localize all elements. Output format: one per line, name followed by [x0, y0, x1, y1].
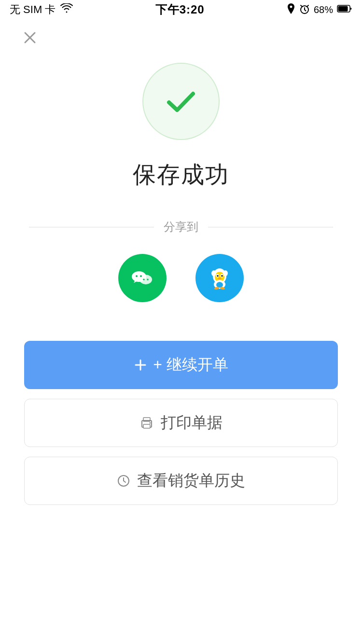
svg-point-7 [136, 275, 138, 277]
battery-icon [337, 4, 352, 15]
status-left: 无 SIM 卡 [10, 2, 73, 17]
svg-point-19 [223, 270, 228, 276]
svg-rect-2 [338, 6, 348, 11]
action-buttons: + 继续开单 打印单据 查看销货单历史 [0, 341, 362, 505]
print-label: 打印单据 [161, 412, 223, 434]
svg-point-9 [143, 279, 145, 280]
svg-point-15 [217, 275, 219, 277]
status-time: 下午3:20 [155, 2, 205, 17]
status-bar: 无 SIM 卡 下午3:20 68% [0, 0, 362, 19]
battery-percent: 68% [314, 4, 333, 15]
svg-point-8 [140, 275, 142, 277]
sim-label: 无 SIM 卡 [10, 2, 56, 17]
clock-icon [117, 474, 130, 488]
svg-point-18 [211, 270, 216, 276]
svg-point-10 [147, 279, 149, 280]
plus-icon [134, 358, 147, 372]
divider-line-right [208, 227, 333, 227]
wifi-icon [60, 3, 73, 16]
svg-point-29 [150, 422, 151, 424]
history-button[interactable]: 查看销货单历史 [24, 457, 338, 505]
share-icons-row [118, 254, 244, 302]
alarm-icon [299, 3, 310, 16]
svg-point-17 [218, 278, 222, 280]
status-right: 68% [287, 3, 352, 16]
checkmark-icon [162, 82, 200, 121]
svg-point-21 [216, 282, 223, 288]
share-qq-button[interactable] [195, 254, 244, 302]
history-label: 查看销货单历史 [137, 470, 245, 491]
close-button[interactable] [19, 27, 41, 48]
svg-rect-27 [143, 424, 150, 428]
share-divider: 分享到 [0, 219, 362, 235]
svg-point-16 [221, 275, 223, 277]
success-icon-circle [142, 63, 220, 140]
continue-label: + 继续开单 [153, 354, 228, 376]
qq-icon [205, 264, 234, 293]
printer-icon [139, 416, 154, 430]
divider-line-left [29, 227, 154, 227]
continue-button[interactable]: + 继续开单 [24, 341, 338, 389]
share-wechat-button[interactable] [118, 254, 167, 302]
location-icon [287, 3, 295, 16]
share-label: 分享到 [154, 219, 208, 235]
main-content: 保存成功 分享到 [0, 19, 362, 505]
wechat-icon [128, 264, 157, 293]
print-button[interactable]: 打印单据 [24, 399, 338, 447]
success-title: 保存成功 [133, 159, 229, 190]
